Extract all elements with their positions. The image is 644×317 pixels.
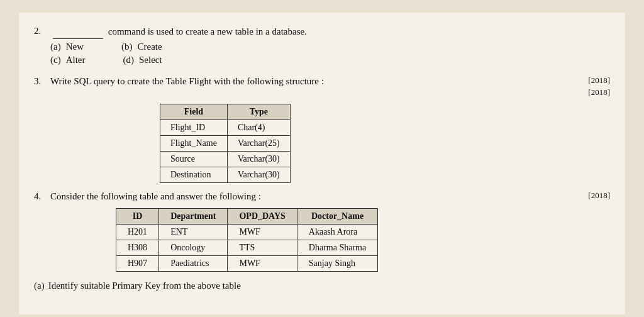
option-a: (a) New: [50, 42, 84, 52]
page: 2. command is used to create a new table…: [19, 13, 625, 314]
hospital-row-0: H201 ENT MWF Akaash Arora: [116, 225, 378, 240]
hospital-dept-0: ENT: [159, 225, 228, 240]
q2-number: 2.: [34, 24, 47, 38]
option-a-label: (a): [50, 42, 61, 52]
flight-row-1: Flight_Name Varchar(25): [160, 135, 291, 151]
flight-field-2: Source: [160, 151, 228, 167]
flight-type-2: Varchar(30): [227, 151, 290, 167]
q3-year1: [2018]: [588, 74, 610, 87]
q2-question-text: command is used to create a new table in…: [108, 26, 307, 36]
hospital-doctor-1: Dharma Sharma: [297, 240, 377, 256]
question-2-line: 2. command is used to create a new table…: [34, 24, 610, 39]
option-c-label: (c): [50, 55, 61, 65]
hospital-header-row: ID Department OPD_DAYS Doctor_Name: [116, 209, 378, 225]
option-d: (d) Select: [123, 55, 162, 65]
option-d-label: (d): [123, 55, 134, 65]
bottom-note-text: Identify suitable Primary Key from the a…: [48, 281, 241, 291]
option-c: (c) Alter: [50, 55, 85, 65]
flight-type-3: Varchar(30): [227, 167, 290, 182]
hospital-id-2: H907: [116, 256, 159, 272]
flight-field-1: Flight_Name: [160, 135, 228, 151]
q4-year: [2018]: [588, 189, 610, 202]
hospital-row-1: H308 Oncology TTS Dharma Sharma: [116, 240, 378, 256]
q3-years: [2018] [2018]: [588, 74, 610, 99]
hospital-table: ID Department OPD_DAYS Doctor_Name H201 …: [116, 208, 378, 272]
q4-text: Consider the following table and answer …: [50, 189, 579, 204]
hospital-id-0: H201: [116, 225, 159, 240]
q3-text: Write SQL query to create the Table Flig…: [50, 74, 579, 89]
question-4-line: 4. Consider the following table and answ…: [34, 189, 610, 204]
bottom-note: (a) Identify suitable Primary Key from t…: [34, 281, 610, 291]
q2-options-2: (c) Alter (d) Select: [50, 55, 610, 65]
hospital-col-doctor: Doctor_Name: [297, 209, 377, 225]
hospital-dept-1: Oncology: [159, 240, 228, 256]
flight-row-3: Destination Varchar(30): [160, 167, 291, 182]
hospital-col-opd: OPD_DAYS: [228, 209, 297, 225]
q2-text: command is used to create a new table in…: [50, 24, 610, 39]
flight-row-0: Flight_ID Char(4): [160, 120, 291, 135]
flight-col-type: Type: [227, 104, 290, 120]
q3-year2: [2018]: [588, 86, 610, 99]
hospital-doctor-2: Sanjay Singh: [297, 256, 377, 272]
flight-field-3: Destination: [160, 167, 228, 182]
hospital-table-body: H201 ENT MWF Akaash Arora H308 Oncology …: [116, 225, 378, 272]
q3-number: 3.: [34, 74, 47, 89]
hospital-opd-0: MWF: [228, 225, 297, 240]
flight-table-header-row: Field Type: [160, 104, 291, 120]
hospital-opd-1: TTS: [228, 240, 297, 256]
option-b-value: Create: [137, 42, 162, 52]
q4-number: 4.: [34, 189, 47, 204]
flight-field-0: Flight_ID: [160, 120, 228, 135]
hospital-doctor-0: Akaash Arora: [297, 225, 377, 240]
question-3-line: 3. Write SQL query to create the Table F…: [34, 74, 610, 99]
question-2-block: 2. command is used to create a new table…: [34, 24, 610, 65]
option-d-value: Select: [139, 55, 162, 65]
question-3-block: 3. Write SQL query to create the Table F…: [34, 74, 610, 183]
flight-type-0: Char(4): [227, 120, 290, 135]
hospital-id-1: H308: [116, 240, 159, 256]
flight-col-field: Field: [160, 104, 228, 120]
option-a-value: New: [66, 42, 84, 52]
flight-type-1: Varchar(25): [227, 135, 290, 151]
hospital-opd-2: MWF: [228, 256, 297, 272]
bottom-note-prefix: (a): [34, 281, 45, 291]
hospital-dept-2: Paediatrics: [159, 256, 228, 272]
flight-table: Field Type Flight_ID Char(4) Flight_Name…: [160, 104, 291, 183]
option-b-label: (b): [121, 42, 133, 52]
flight-table-body: Flight_ID Char(4) Flight_Name Varchar(25…: [160, 120, 291, 182]
option-c-value: Alter: [66, 55, 86, 65]
flight-row-2: Source Varchar(30): [160, 151, 291, 167]
option-b: (b) Create: [121, 42, 162, 52]
hospital-col-id: ID: [116, 209, 159, 225]
blank-underline: [53, 24, 103, 39]
question-4-block: 4. Consider the following table and answ…: [34, 189, 610, 272]
q2-options: (a) New (b) Create: [50, 42, 610, 52]
hospital-col-dept: Department: [159, 209, 228, 225]
hospital-row-2: H907 Paediatrics MWF Sanjay Singh: [116, 256, 378, 272]
